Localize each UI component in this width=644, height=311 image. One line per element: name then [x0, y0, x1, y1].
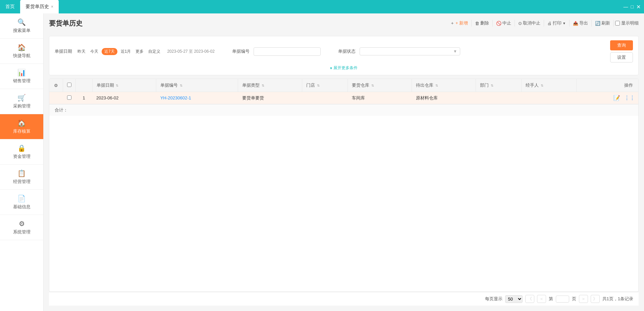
minimize-icon[interactable]: —	[624, 4, 628, 9]
purchase-icon: 🛒	[17, 94, 26, 102]
table-header-row: ⚙ 单据日期 ⇅ 单据编号	[49, 79, 638, 92]
sidebar-item-sales-mgmt[interactable]: 📊 销售管理	[0, 64, 43, 89]
filter-settings-button[interactable]: 设置	[610, 52, 633, 62]
sort-store-icon: ⇅	[317, 84, 320, 87]
sidebar-item-system-mgmt[interactable]: ⚙ 系统管理	[0, 215, 43, 240]
new-button[interactable]: ＋ + 新增	[448, 19, 470, 28]
table-footer: 合计：	[49, 104, 638, 116]
page-suffix: 页	[572, 296, 576, 302]
filter-actions: 查询 设置	[610, 40, 633, 62]
prev-page-button[interactable]: ＜	[537, 295, 546, 303]
delete-button[interactable]: 🗑 删除	[473, 19, 491, 28]
col-header-actions: 操作	[576, 79, 638, 92]
row-actions: 📝 ⋮⋮	[576, 92, 638, 104]
sidebar: 🔍 搜索菜单 🏠 快捷导航 📊 销售管理 🛒 采购管理 🏠 库存核算 🔒 资金管…	[0, 13, 44, 311]
close-icon[interactable]: ✕	[636, 4, 641, 10]
toolbar-divider-3	[515, 20, 515, 27]
display-detail-toggle[interactable]: 显示明细	[615, 20, 639, 26]
col-header-dept[interactable]: 部门 ⇅	[476, 79, 522, 92]
pagination-bar: 每页显示 10 20 50 100 《 ＜ 第 1 页 ＞ 》 共1页，1条记录	[49, 292, 639, 306]
stop-button[interactable]: 🚫 中止	[494, 19, 513, 28]
print-button[interactable]: 🖨 打印 ▼	[545, 19, 568, 28]
sidebar-item-basic-info[interactable]: 📄 基础信息	[0, 190, 43, 215]
sidebar-item-operations-mgmt[interactable]: 📋 经营管理	[0, 165, 43, 190]
expand-more-button[interactable]: ▾ 展开更多条件	[55, 65, 633, 71]
refresh-button[interactable]: 🔄 刷新	[593, 19, 612, 28]
doc-status-select[interactable]: ▼	[360, 47, 460, 55]
sidebar-item-finance-mgmt[interactable]: 🔒 资金管理	[0, 139, 43, 165]
operations-icon: 📋	[17, 169, 26, 177]
sort-req-warehouse-icon: ⇅	[371, 84, 374, 87]
date-btn-yesterday[interactable]: 昨天	[76, 48, 87, 55]
per-page-select[interactable]: 10 20 50 100	[505, 295, 523, 303]
sidebar-item-search-menu[interactable]: 🔍 搜索菜单	[0, 13, 43, 39]
col-header-pending-warehouse[interactable]: 待出仓库 ⇅	[412, 79, 476, 92]
col-header-doc-number[interactable]: 单据编号 ⇅	[156, 79, 238, 92]
col-header-store[interactable]: 门店 ⇅	[302, 79, 348, 92]
row-edit-button[interactable]: 📝	[613, 94, 621, 101]
sidebar-item-purchase-mgmt[interactable]: 🛒 采购管理	[0, 89, 43, 114]
tab-close-icon[interactable]: ×	[51, 4, 53, 9]
data-table-container: ⚙ 单据日期 ⇅ 单据编号	[49, 79, 639, 292]
date-btn-last7[interactable]: 近7天	[102, 48, 117, 55]
sort-doc-date-icon: ⇅	[116, 84, 118, 87]
row-settings	[49, 92, 63, 104]
total-info: 共1页，1条记录	[602, 296, 633, 302]
chevron-down-icon: ▾	[330, 66, 332, 71]
plus-icon: ＋	[450, 20, 454, 26]
inventory-icon: 🏠	[17, 119, 26, 127]
basic-info-icon: 📄	[17, 194, 26, 203]
query-button[interactable]: 查询	[610, 40, 633, 50]
last-page-button[interactable]: 》	[591, 295, 600, 303]
export-button[interactable]: 📤 导出	[571, 19, 590, 28]
display-detail-checkbox[interactable]	[615, 21, 620, 26]
next-page-button[interactable]: ＞	[579, 295, 588, 303]
toolbar-divider-5	[569, 20, 570, 27]
window-controls: — □ ✕	[624, 0, 641, 13]
row-doc-type: 要货单要货	[238, 92, 302, 104]
sidebar-item-quick-nav[interactable]: 🏠 快捷导航	[0, 39, 43, 64]
date-filter-buttons: 昨天 今天 近7天 近1月 更多 自定义	[76, 48, 162, 55]
col-header-doc-type[interactable]: 单据类型 ⇅	[238, 79, 302, 92]
first-page-button[interactable]: 《	[525, 295, 534, 303]
date-btn-more[interactable]: 更多	[134, 48, 145, 55]
toolbar-divider-6	[591, 20, 592, 27]
toolbar-divider-1	[471, 20, 472, 27]
toolbar-divider-7	[613, 20, 614, 27]
date-btn-custom[interactable]: 自定义	[147, 48, 162, 55]
sidebar-item-inventory[interactable]: 🏠 库存核算	[0, 114, 43, 139]
content-area: 要货单历史 ＋ + 新增 🗑 删除 🚫 中止	[44, 13, 644, 311]
row-more-button[interactable]: ⋮⋮	[624, 94, 636, 101]
filter-row: 单据日期 昨天 今天 近7天 近1月 更多 自定义 2023-05-27 至 2…	[55, 40, 633, 62]
doc-number-link[interactable]: YH-20230602-1	[160, 95, 191, 100]
maximize-icon[interactable]: □	[631, 4, 634, 9]
col-header-doc-date[interactable]: 单据日期 ⇅	[92, 79, 156, 92]
doc-status-label: 单据状态	[338, 48, 356, 54]
date-btn-last1month[interactable]: 近1月	[119, 48, 132, 55]
col-header-checkbox[interactable]	[63, 79, 75, 92]
top-bar: 首页 要货单历史 × — □ ✕	[0, 0, 644, 13]
tab-home[interactable]: 首页	[0, 0, 20, 13]
row-num: 1	[75, 92, 92, 104]
row-doc-number[interactable]: YH-20230602-1	[156, 92, 238, 104]
cancel-stop-button[interactable]: ⊙ 取消中止	[516, 19, 542, 28]
page-number-input[interactable]: 1	[556, 296, 569, 303]
tab-requisition-history[interactable]: 要货单历史 ×	[20, 0, 59, 13]
system-icon: ⚙	[19, 220, 25, 228]
doc-number-input[interactable]	[254, 47, 321, 56]
date-btn-today[interactable]: 今天	[89, 48, 100, 55]
sort-handler-icon: ⇅	[541, 84, 543, 87]
export-icon: 📤	[573, 21, 578, 26]
main-layout: 🔍 搜索菜单 🏠 快捷导航 📊 销售管理 🛒 采购管理 🏠 库存核算 🔒 资金管…	[0, 13, 644, 311]
row-checkbox[interactable]	[67, 95, 71, 100]
select-all-checkbox[interactable]	[67, 83, 71, 87]
filter-section: 单据日期 昨天 今天 近7天 近1月 更多 自定义 2023-05-27 至 2…	[49, 36, 639, 75]
row-checkbox-cell[interactable]	[63, 92, 75, 104]
row-store	[302, 92, 348, 104]
col-header-req-warehouse[interactable]: 要货仓库 ⇅	[348, 79, 412, 92]
page-title: 要货单历史	[49, 19, 83, 28]
col-header-settings[interactable]: ⚙	[49, 79, 63, 92]
content-wrapper: 要货单历史 ＋ + 新增 🗑 删除 🚫 中止	[49, 19, 639, 306]
col-header-handler[interactable]: 经手人 ⇅	[522, 79, 577, 92]
print-icon: 🖨	[547, 21, 552, 26]
